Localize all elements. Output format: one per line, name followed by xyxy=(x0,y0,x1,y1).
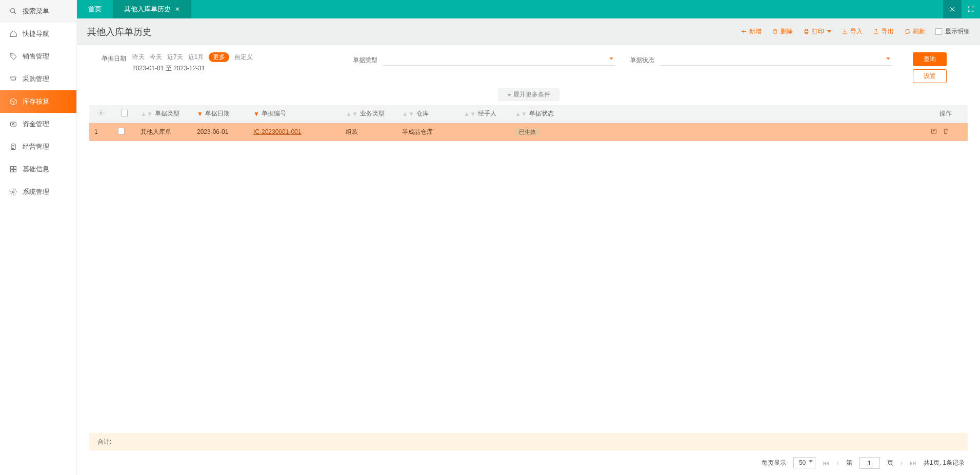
checkbox-icon xyxy=(935,28,942,35)
col-status[interactable]: ▲▼单据状态 xyxy=(510,105,924,123)
cell-doc-type: 其他入库单 xyxy=(135,123,192,141)
doc-type-select[interactable] xyxy=(383,52,615,66)
btn-label: 刷新 xyxy=(913,27,925,36)
export-icon xyxy=(873,28,879,35)
checkbox-label: 显示明细 xyxy=(945,27,970,36)
sidebar-label: 采购管理 xyxy=(23,74,49,84)
tab-home[interactable]: 首页 xyxy=(77,0,113,18)
tab-label: 其他入库单历史 xyxy=(124,5,171,14)
col-ops: 操作 xyxy=(924,105,968,123)
tab-other-inbound-history[interactable]: 其他入库单历史 ✕ xyxy=(113,0,191,18)
sidebar-item-sales[interactable]: 销售管理 xyxy=(0,45,76,68)
doc-status-select[interactable] xyxy=(659,52,892,66)
export-button[interactable]: 导出 xyxy=(873,27,894,36)
query-button[interactable]: 查询 xyxy=(913,52,947,66)
sidebar-item-inventory[interactable]: 库存核算 xyxy=(0,90,76,113)
col-doc-date[interactable]: ▼单据日期 xyxy=(192,105,248,123)
sidebar-item-search[interactable]: 搜索菜单 xyxy=(0,0,76,23)
sidebar-label: 销售管理 xyxy=(23,52,49,61)
chevron-down-icon xyxy=(507,94,511,96)
date-opt-custom[interactable]: 自定义 xyxy=(234,53,253,62)
plus-icon xyxy=(741,28,747,35)
row-checkbox[interactable] xyxy=(118,128,125,134)
money-icon xyxy=(9,120,17,128)
pager: 每页显示 50 ⏮ ‹ 第 页 › ⏭ 共1页, 1条记录 xyxy=(77,450,980,475)
sidebar-item-system[interactable]: 系统管理 xyxy=(0,181,76,203)
expand-conditions[interactable]: 展开更多条件 xyxy=(498,88,559,101)
delete-button[interactable]: 删除 xyxy=(772,27,793,36)
svg-rect-5 xyxy=(11,167,13,169)
page-first-icon[interactable]: ⏮ xyxy=(823,459,829,467)
sidebar-item-basedata[interactable]: 基础信息 xyxy=(0,158,76,181)
filter-label-date: 单据日期 xyxy=(97,52,126,63)
sidebar-item-finance[interactable]: 资金管理 xyxy=(0,113,76,135)
page-total: 共1页, 1条记录 xyxy=(924,459,965,467)
date-opt-1m[interactable]: 近1月 xyxy=(188,53,204,62)
sidebar-label: 资金管理 xyxy=(23,120,49,129)
date-opt-today[interactable]: 今天 xyxy=(150,53,162,62)
col-warehouse[interactable]: ▲▼仓库 xyxy=(397,105,458,123)
grid: ▲▼单据类型 ▼单据日期 ▼单据编号 ▲▼业务类型 ▲▼仓库 ▲▼经手人 ▲▼单… xyxy=(77,101,980,433)
select-all-checkbox[interactable] xyxy=(121,110,128,116)
sidebar-item-purchase[interactable]: 采购管理 xyxy=(0,68,76,90)
cell-biz-type: 组装 xyxy=(341,123,397,141)
svg-rect-12 xyxy=(931,129,936,133)
doc-number-link[interactable]: IC-20230601-001 xyxy=(253,128,301,135)
tabbar-close-button[interactable] xyxy=(943,0,962,18)
sidebar-item-operation[interactable]: 经营管理 xyxy=(0,135,76,158)
svg-point-11 xyxy=(100,112,102,114)
tab-close-icon[interactable]: ✕ xyxy=(175,6,180,13)
search-icon xyxy=(9,7,17,15)
date-range-text: 2023-01-01 至 2023-12-31 xyxy=(132,64,253,73)
tabbar-fullscreen-button[interactable] xyxy=(962,0,980,18)
svg-point-1 xyxy=(12,55,13,56)
page-prev-icon[interactable]: ‹ xyxy=(836,459,838,467)
col-biz-type[interactable]: ▲▼业务类型 xyxy=(341,105,397,123)
row-delete-icon[interactable] xyxy=(942,128,949,135)
import-button[interactable]: 导入 xyxy=(842,27,863,36)
summary-bar: 合计: xyxy=(89,433,968,450)
trash-icon xyxy=(772,28,778,35)
col-doc-num[interactable]: ▼单据编号 xyxy=(248,105,341,123)
row-view-icon[interactable] xyxy=(930,128,937,135)
btn-label: 打印 xyxy=(812,27,824,36)
filter-label-status: 单据状态 xyxy=(626,54,654,65)
filter-label-doctype: 单据类型 xyxy=(349,54,377,65)
page-last-icon[interactable]: ⏭ xyxy=(910,459,916,467)
cart-icon xyxy=(9,75,17,83)
home-icon xyxy=(9,30,17,38)
column-settings-icon[interactable] xyxy=(97,111,105,118)
settings-button[interactable]: 设置 xyxy=(913,69,947,83)
refresh-button[interactable]: 刷新 xyxy=(904,27,925,36)
col-doc-type[interactable]: ▲▼单据类型 xyxy=(135,105,192,123)
btn-label: 导出 xyxy=(882,27,894,36)
svg-rect-8 xyxy=(14,170,16,172)
chevron-down-icon xyxy=(886,57,890,60)
svg-point-0 xyxy=(11,9,15,13)
sidebar-label: 库存核算 xyxy=(23,97,49,106)
page-input[interactable] xyxy=(859,457,880,469)
btn-label: 导入 xyxy=(850,27,863,36)
add-button[interactable]: 新增 xyxy=(741,27,762,36)
col-handler[interactable]: ▲▼经手人 xyxy=(458,105,510,123)
print-button[interactable]: 打印 xyxy=(803,27,831,36)
row-index: 1 xyxy=(89,123,113,141)
tag-icon xyxy=(9,52,17,61)
date-opt-yesterday[interactable]: 昨天 xyxy=(132,53,145,62)
sidebar-label: 快捷导航 xyxy=(23,29,49,38)
refresh-icon xyxy=(904,28,911,35)
svg-rect-2 xyxy=(11,122,16,126)
svg-point-3 xyxy=(12,123,14,125)
page-next-icon[interactable]: › xyxy=(901,459,903,467)
expand-label: 展开更多条件 xyxy=(513,91,550,98)
date-opt-more[interactable]: 更多 xyxy=(209,52,229,62)
print-icon xyxy=(803,28,810,35)
sidebar-item-quicknav[interactable]: 快捷导航 xyxy=(0,23,76,45)
table-row[interactable]: 1 其他入库单 2023-06-01 IC-20230601-001 组装 半成… xyxy=(89,123,968,141)
per-page-select[interactable]: 50 xyxy=(793,457,815,468)
date-opt-7d[interactable]: 近7天 xyxy=(167,53,183,62)
svg-point-9 xyxy=(12,191,14,193)
show-detail-checkbox[interactable]: 显示明细 xyxy=(935,27,970,36)
chevron-down-icon xyxy=(609,57,613,60)
tabbar: 首页 其他入库单历史 ✕ xyxy=(77,0,980,18)
